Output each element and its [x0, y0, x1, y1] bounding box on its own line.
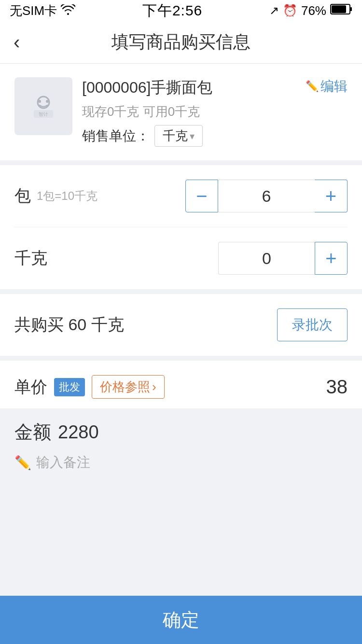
page-title: 填写商品购买信息 — [111, 30, 251, 54]
price-value: 38 — [326, 376, 348, 398]
status-right: ↗ ⏰ 76% — [269, 3, 352, 18]
kilogram-increase-button[interactable]: + — [315, 242, 348, 275]
record-batch-button[interactable]: 录批次 — [277, 308, 348, 341]
carrier-text: 无SIM卡 — [10, 2, 57, 19]
price-left: 单价 批发 价格参照 › — [14, 375, 165, 399]
alarm-icon: ⏰ — [283, 4, 297, 17]
kilogram-row: 千克 + — [14, 227, 348, 289]
svg-point-4 — [38, 100, 41, 103]
chevron-down-icon: ▾ — [190, 130, 195, 142]
note-row[interactable]: ✏️ 输入备注 — [14, 453, 348, 472]
location-icon: ↗ — [269, 4, 279, 17]
package-increase-button[interactable]: + — [315, 180, 348, 212]
price-label: 单价 — [14, 376, 47, 398]
amount-section: 金额 2280 ✏️ 输入备注 — [0, 408, 362, 483]
price-row: 单价 批发 价格参照 › 38 — [14, 375, 348, 408]
package-label: 包 1包=10千克 — [14, 185, 97, 207]
product-card: 智计 [0000006]手撕面包 ✏️ 编辑 现存0千克 可用0千克 销售单位：… — [0, 64, 362, 165]
amount-row: 金额 2280 — [14, 420, 348, 445]
product-name: [0000006]手撕面包 — [82, 77, 212, 98]
battery-text: 76% — [301, 3, 326, 18]
form-section: 包 1包=10千克 − + 千克 + — [0, 165, 362, 289]
status-bar: 无SIM卡 下午2:56 ↗ ⏰ 76% — [0, 0, 362, 21]
package-quantity-input[interactable] — [218, 180, 315, 212]
svg-point-5 — [46, 100, 49, 103]
status-time: 下午2:56 — [142, 1, 202, 21]
price-ref-button[interactable]: 价格参照 › — [92, 375, 165, 399]
unit-select[interactable]: 千克 ▾ — [154, 125, 203, 147]
status-left: 无SIM卡 — [10, 2, 75, 19]
confirm-button-label: 确定 — [163, 608, 199, 632]
kilogram-quantity-input[interactable] — [218, 242, 315, 275]
price-section: 单价 批发 价格参照 › 38 — [0, 356, 362, 408]
amount-label: 金额 — [14, 420, 51, 445]
svg-text:智计: 智计 — [39, 112, 48, 117]
total-label: 共购买 60 千克 — [14, 314, 124, 336]
product-info: [0000006]手撕面包 ✏️ 编辑 现存0千克 可用0千克 销售单位： 千克… — [82, 77, 348, 147]
back-button[interactable]: ‹ — [14, 31, 20, 53]
edit-button[interactable]: ✏️ 编辑 — [306, 77, 348, 96]
nav-bar: ‹ 填写商品购买信息 — [0, 21, 362, 64]
unit-label: 销售单位： — [82, 127, 150, 145]
package-decrease-button[interactable]: − — [185, 180, 218, 212]
svg-rect-2 — [332, 5, 346, 13]
package-hint: 1包=10千克 — [37, 188, 97, 204]
svg-rect-1 — [350, 7, 352, 11]
product-stock: 现存0千克 可用0千克 — [82, 103, 348, 120]
note-placeholder: 输入备注 — [36, 453, 90, 472]
amount-value: 2280 — [58, 422, 99, 443]
wifi-icon — [61, 3, 75, 18]
battery-icon — [330, 3, 352, 18]
kilogram-label: 千克 — [14, 247, 47, 269]
product-image: 智计 — [14, 77, 72, 135]
chevron-right-icon: › — [152, 379, 156, 394]
confirm-bar[interactable]: 确定 — [0, 596, 362, 644]
package-row: 包 1包=10千克 − + — [14, 165, 348, 227]
price-tag: 批发 — [54, 378, 85, 396]
package-quantity-control: − + — [185, 180, 348, 212]
kilogram-quantity-control: + — [218, 242, 348, 275]
product-unit-row: 销售单位： 千克 ▾ — [82, 125, 348, 147]
total-row: 共购买 60 千克 录批次 — [0, 289, 362, 356]
pencil-icon: ✏️ — [14, 455, 31, 471]
